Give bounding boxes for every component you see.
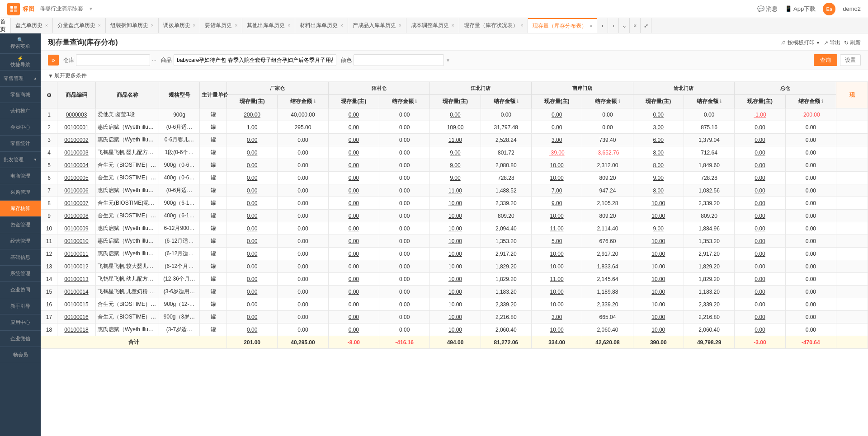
sidebar-item-operations[interactable]: 经营管理 — [0, 233, 41, 249]
sidebar-item-inventory[interactable]: 库存核算 — [0, 201, 41, 217]
cell-nanan-curr[interactable]: 0.00 — [531, 108, 582, 121]
tab-xiancun-status-close[interactable]: × — [521, 23, 524, 28]
cell-mucun-curr[interactable]: 0.00 — [328, 159, 379, 172]
cell-zongcang-curr[interactable]: 0.00 — [735, 134, 785, 146]
cell-mucun-curr[interactable]: 0.00 — [328, 121, 379, 134]
cell-changjia-curr[interactable]: 0.00 — [227, 184, 278, 197]
cell-code[interactable]: 00100008 — [57, 210, 96, 222]
cell-yubei-curr[interactable]: 3.00 — [633, 121, 684, 134]
cell-yubei-curr[interactable]: 9.00 — [633, 172, 684, 184]
cell-mucun-curr[interactable]: 0.00 — [328, 248, 379, 260]
cell-jiangbei-curr[interactable]: 9.00 — [430, 172, 481, 184]
cell-changjia-curr[interactable]: 0.00 — [227, 323, 278, 336]
cell-nanan-curr[interactable]: 10.00 — [531, 248, 582, 260]
cell-changjia-curr[interactable]: 0.00 — [227, 286, 278, 298]
cell-code[interactable]: 0000003 — [57, 108, 96, 121]
cell-changjia-curr[interactable]: 0.00 — [227, 172, 278, 184]
cell-nanan-curr[interactable]: 11.00 — [531, 273, 582, 286]
user-avatar[interactable]: Ea — [823, 3, 835, 15]
mucun-cost-info[interactable]: ℹ — [415, 99, 417, 104]
cell-changjia-curr[interactable]: 0.00 — [227, 146, 278, 159]
refresh-btn[interactable]: ↻ 刷新 — [844, 39, 861, 47]
tab-home[interactable]: 首页 — [0, 18, 11, 33]
sidebar-item-basic[interactable]: 基础信息 — [0, 249, 41, 266]
cell-jiangbei-curr[interactable]: 10.00 — [430, 260, 481, 273]
cell-mucun-curr[interactable]: 0.00 — [328, 222, 379, 235]
tab-zuzhang-close[interactable]: × — [151, 23, 154, 28]
warehouse-input[interactable] — [76, 54, 150, 66]
cell-mucun-curr[interactable]: 0.00 — [328, 286, 379, 298]
cell-yubei-curr[interactable]: 10.00 — [633, 235, 684, 248]
cell-yubei-curr[interactable]: 10.00 — [633, 197, 684, 210]
cell-nanan-curr[interactable]: 10.00 — [531, 298, 582, 311]
cell-changjia-curr[interactable]: 0.00 — [227, 311, 278, 323]
tab-chancheng[interactable]: 产成品入库单历史 × — [348, 18, 406, 33]
cell-mucun-curr[interactable]: 0.00 — [328, 323, 379, 336]
jiangbei-cost-info[interactable]: ℹ — [517, 99, 519, 104]
cell-zongcang-curr[interactable]: 0.00 — [735, 210, 785, 222]
cell-changjia-curr[interactable]: 200.00 — [227, 108, 278, 121]
cell-code[interactable]: 00100015 — [57, 298, 96, 311]
cell-jiangbei-curr[interactable]: 10.00 — [430, 210, 481, 222]
message-btn[interactable]: 💬 消息 — [757, 5, 778, 13]
cell-zongcang-curr[interactable]: 0.00 — [735, 286, 785, 298]
cell-zongcang-curr[interactable]: 0.00 — [735, 311, 785, 323]
cell-jiangbei-curr[interactable]: 9.00 — [430, 146, 481, 159]
tab-xiancun-status[interactable]: 现存量（库存状况表） × — [459, 18, 528, 33]
color-dropdown-icon[interactable]: ▼ — [446, 58, 450, 63]
cell-yubei-curr[interactable]: 9.00 — [633, 222, 684, 235]
cell-nanan-curr[interactable]: 3.00 — [531, 311, 582, 323]
tab-xiancun-dist-close[interactable]: × — [590, 23, 592, 28]
tab-diaopo-close[interactable]: × — [193, 23, 196, 28]
sidebar-search[interactable]: 🔍 搜索英单 — [0, 33, 41, 54]
cell-jiangbei-curr[interactable]: 109.00 — [430, 121, 481, 134]
cell-jiangbei-curr[interactable]: 10.00 — [430, 248, 481, 260]
cell-nanan-curr[interactable]: 10.00 — [531, 172, 582, 184]
cell-code[interactable]: 00100013 — [57, 273, 96, 286]
tab-pandian[interactable]: 盘点单历史 × — [11, 18, 53, 33]
cell-zongcang-curr[interactable]: 0.00 — [735, 159, 785, 172]
tab-dropdown-btn[interactable]: ⌄ — [619, 18, 630, 33]
print-btn[interactable]: 🖨 按模板打印 ▼ — [781, 39, 820, 47]
cell-mucun-curr[interactable]: 0.00 — [328, 210, 379, 222]
tab-chengben[interactable]: 成本调整单历史 × — [406, 18, 459, 33]
tab-zuzhang[interactable]: 组装拆卸单历史 × — [106, 18, 159, 33]
cell-yubei-curr[interactable]: 8.00 — [633, 184, 684, 197]
sidebar-item-member[interactable]: 会员中心 — [0, 119, 41, 136]
cell-zongcang-curr[interactable]: 0.00 — [735, 298, 785, 311]
cell-nanan-curr[interactable]: 11.00 — [531, 222, 582, 235]
tab-expand-btn[interactable]: ⤢ — [641, 18, 651, 33]
sidebar-item-vip[interactable]: 畅会员 — [0, 347, 41, 363]
cell-zongcang-curr[interactable]: 0.00 — [735, 184, 785, 197]
cell-zongcang-curr[interactable]: 0.00 — [735, 323, 785, 336]
cell-yubei-curr[interactable]: 10.00 — [633, 298, 684, 311]
sidebar-item-collab[interactable]: 企业协同 — [0, 282, 41, 298]
cell-mucun-curr[interactable]: 0.00 — [328, 184, 379, 197]
cell-zongcang-curr[interactable]: 0.00 — [735, 172, 785, 184]
cell-yubei-curr[interactable]: 8.00 — [633, 159, 684, 172]
export-btn[interactable]: ↗ 导出 — [824, 39, 840, 47]
cell-mucun-curr[interactable]: 0.00 — [328, 235, 379, 248]
sidebar-item-finance[interactable]: 资金管理 — [0, 217, 41, 233]
cell-mucun-curr[interactable]: 0.00 — [328, 197, 379, 210]
setting-btn[interactable]: 设置 — [840, 54, 861, 66]
tab-yaohuo-close[interactable]: × — [235, 23, 237, 28]
cell-mucun-curr[interactable]: 0.00 — [328, 146, 379, 159]
settings-icon[interactable]: ⚙ — [47, 92, 52, 98]
cell-changjia-curr[interactable]: 1.00 — [227, 121, 278, 134]
cell-code[interactable]: 00100002 — [57, 134, 96, 146]
cell-yubei-curr[interactable]: 10.00 — [633, 210, 684, 222]
cell-nanan-curr[interactable]: 10.00 — [531, 323, 582, 336]
cell-changjia-curr[interactable]: 0.00 — [227, 222, 278, 235]
tab-next-btn[interactable]: › — [608, 18, 619, 33]
cell-jiangbei-curr[interactable]: 10.00 — [430, 222, 481, 235]
cell-jiangbei-curr[interactable]: 10.00 — [430, 298, 481, 311]
cell-mucun-curr[interactable]: 0.00 — [328, 273, 379, 286]
nanan-cost-info[interactable]: ℹ — [618, 99, 620, 104]
cell-nanan-curr[interactable]: 3.00 — [531, 134, 582, 146]
cell-mucun-curr[interactable]: 0.00 — [328, 260, 379, 273]
tab-yaohuo[interactable]: 要货单历史 × — [200, 18, 242, 33]
th-settings[interactable]: ⚙ — [41, 82, 57, 108]
cell-changjia-curr[interactable]: 0.00 — [227, 197, 278, 210]
table-container[interactable]: ⚙ 商品编码 商品名称 规格型号 主计量单位 厂家仓 陌村仓 江北门店 南岸门店… — [41, 82, 868, 435]
